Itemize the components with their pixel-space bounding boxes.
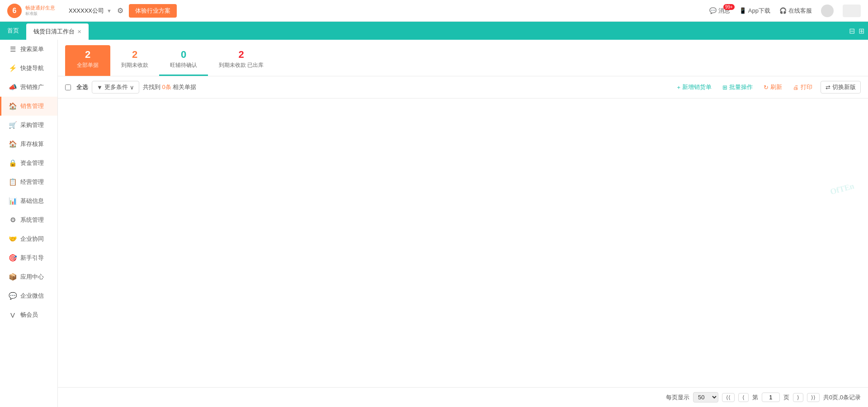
logo-text-area: 畅捷通好生意 标准版 [25, 5, 55, 17]
plus-icon: + [677, 84, 680, 91]
phone-icon: 📱 [739, 7, 746, 14]
app-download-action[interactable]: 📱 App下载 [739, 7, 770, 15]
switch-version-button[interactable]: ⇄ 切换新版 [821, 81, 861, 94]
logo-text: 畅捷通好生意 [25, 5, 55, 11]
settings-icon[interactable]: ⚙ [117, 6, 123, 15]
online-service-action[interactable]: 🎧 在线客服 [779, 7, 812, 15]
quick-nav-icon: ⚡ [9, 64, 17, 72]
first-page-button[interactable]: ⟨⟨ [722, 393, 735, 402]
sales-icon: 🏠 [9, 102, 17, 110]
found-text: 共找到 0条 相关单据 [143, 83, 196, 91]
service-icon: 🎧 [779, 7, 787, 14]
new-sale-button[interactable]: + 新增销货单 [674, 81, 714, 93]
sidebar-label-system: 系统管理 [20, 216, 44, 224]
messages-action[interactable]: 💬 消息 99+ [709, 7, 730, 15]
page-input[interactable] [762, 393, 780, 402]
stats-tab-pending[interactable]: 0 旺辅待确认 [159, 45, 208, 76]
filter-button[interactable]: ▼ 更多条件 ∨ [92, 81, 139, 94]
close-tab-icon[interactable]: ✕ [77, 29, 81, 35]
sidebar-label-operations: 经营管理 [20, 178, 44, 186]
basic-info-icon: 📊 [9, 197, 17, 205]
sidebar-item-operations[interactable]: 📋 经营管理 [0, 173, 57, 192]
last-page-button[interactable]: ⟩⟩ [807, 393, 820, 402]
sidebar-item-search-menu[interactable]: ☰ 搜索菜单 [0, 40, 57, 59]
batch-operation-button[interactable]: ⊞ 批量操作 [720, 81, 755, 93]
refresh-label: 刷新 [770, 83, 782, 91]
logo-area: 6 畅捷通好生意 标准版 [7, 4, 65, 18]
purchase-icon: 🛒 [9, 121, 17, 129]
company-selector[interactable]: XXXXXX公司 ▼ [69, 7, 112, 15]
sidebar-item-system[interactable]: ⚙ 系统管理 [0, 211, 57, 229]
sidebar-label-app-center: 应用中心 [20, 273, 44, 281]
print-label: 打印 [801, 83, 812, 91]
stats-tab-all[interactable]: 2 全部单据 [65, 45, 110, 76]
batch-label: 批量操作 [729, 83, 753, 91]
sidebar-item-member[interactable]: V 畅会员 [0, 305, 57, 324]
stats-tab-shipped[interactable]: 2 到期未收款 已出库 [208, 45, 274, 76]
print-button[interactable]: 🖨 打印 [790, 81, 815, 93]
top-header: 6 畅捷通好生意 标准版 XXXXXX公司 ▼ ⚙ 体验行业方案 💬 消息 99… [0, 0, 868, 22]
member-icon: V [9, 311, 17, 319]
online-service-label: 在线客服 [788, 7, 812, 15]
new-sale-label: 新增销货单 [682, 83, 712, 91]
sidebar-item-inventory[interactable]: 🏠 库存核算 [0, 135, 57, 154]
sidebar-label-cooperation: 企业协同 [20, 235, 44, 243]
per-page-select[interactable]: 10 20 50 100 [693, 392, 718, 402]
tab-home[interactable]: 首页 [0, 22, 26, 40]
refresh-icon: ↻ [764, 84, 769, 91]
total-info: 共0页,0条记录 [823, 393, 861, 402]
page-label: 第 [752, 393, 758, 402]
sidebar-item-quick-nav[interactable]: ⚡ 快捷导航 [0, 59, 57, 78]
refresh-button[interactable]: ↻ 刷新 [761, 81, 785, 93]
stats-tabs: 2 全部单据 2 到期未收款 0 旺辅待确认 2 到期未收款 已出库 [58, 40, 868, 76]
next-page-button[interactable]: ⟩ [793, 393, 803, 402]
stats-tab-overdue[interactable]: 2 到期未收款 [110, 45, 159, 76]
trial-button[interactable]: 体验行业方案 [129, 4, 177, 18]
prev-page-button[interactable]: ⟨ [738, 393, 749, 402]
cooperation-icon: 🤝 [9, 235, 17, 243]
tab-workbench[interactable]: 钱货日清工作台 ✕ [26, 23, 89, 40]
sidebar-label-sales: 销售管理 [20, 102, 44, 110]
toolbar: 全选 ▼ 更多条件 ∨ 共找到 0条 相关单据 + 新增销货单 ⊞ 批量操作 [58, 76, 868, 98]
sidebar-item-sales[interactable]: 🏠 销售管理 [0, 97, 57, 116]
sidebar-item-wechat[interactable]: 💬 企业微信 [0, 286, 57, 305]
sidebar-item-finance[interactable]: 🔒 资金管理 [0, 154, 57, 173]
found-suffix: 相关单据 [173, 84, 196, 90]
operations-icon: 📋 [9, 178, 17, 186]
stats-pending-label: 旺辅待确认 [170, 61, 197, 69]
table-area: OfTEn [58, 98, 868, 387]
app-center-icon: 📦 [9, 273, 17, 281]
sidebar-item-app-center[interactable]: 📦 应用中心 [0, 267, 57, 286]
switch-label: 切换新版 [832, 83, 856, 91]
sidebar-item-purchase[interactable]: 🛒 采购管理 [0, 116, 57, 135]
sidebar-item-cooperation[interactable]: 🤝 企业协同 [0, 229, 57, 248]
message-icon: 💬 [709, 7, 717, 14]
sidebar-item-basic-info[interactable]: 📊 基础信息 [0, 192, 57, 211]
stats-all-label: 全部单据 [77, 61, 99, 69]
pagination: 每页显示 10 20 50 100 ⟨⟨ ⟨ 第 页 ⟩ ⟩⟩ 共0页,0条记录 [58, 387, 868, 407]
toolbar-right: + 新增销货单 ⊞ 批量操作 ↻ 刷新 🖨 打印 ⇄ 切换新版 [674, 81, 861, 94]
sidebar-label-guide: 新手引导 [20, 254, 44, 262]
search-menu-icon: ☰ [9, 45, 17, 53]
sidebar: ☰ 搜索菜单 ⚡ 快捷导航 📣 营销推广 🏠 销售管理 🛒 采购管理 🏠 库存核… [0, 40, 58, 407]
stats-overdue-label: 到期未收款 [121, 61, 148, 69]
inventory-icon: 🏠 [9, 140, 17, 148]
sidebar-label-finance: 资金管理 [20, 159, 44, 167]
select-all-checkbox[interactable] [65, 84, 71, 90]
filter-label: 更多条件 [104, 83, 128, 91]
minimize-icon[interactable]: ⊟ [849, 27, 855, 35]
batch-icon: ⊞ [722, 84, 727, 91]
stats-all-count: 2 [85, 49, 90, 61]
sidebar-label-basic-info: 基础信息 [20, 197, 44, 205]
found-prefix: 共找到 [143, 84, 160, 90]
maximize-icon[interactable]: ⊞ [859, 27, 864, 35]
avatar[interactable] [821, 5, 834, 17]
found-count: 0条 [162, 84, 171, 90]
messages-badge: 99+ [723, 4, 735, 10]
sidebar-label-member: 畅会员 [20, 311, 38, 319]
sidebar-item-guide[interactable]: 🎯 新手引导 [0, 248, 57, 267]
nav-tabs: 首页 钱货日清工作台 ✕ ⊟ ⊞ [0, 22, 868, 40]
sidebar-item-marketing[interactable]: 📣 营销推广 [0, 78, 57, 97]
sidebar-label-search-menu: 搜索菜单 [20, 45, 44, 53]
main-layout: ☰ 搜索菜单 ⚡ 快捷导航 📣 营销推广 🏠 销售管理 🛒 采购管理 🏠 库存核… [0, 40, 868, 407]
